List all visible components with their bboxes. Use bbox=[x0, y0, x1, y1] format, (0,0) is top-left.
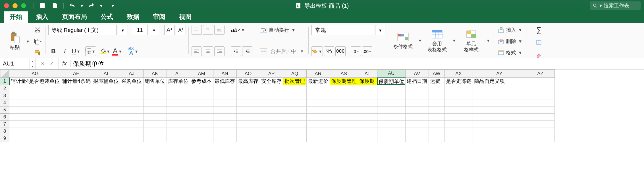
cell[interactable] bbox=[429, 135, 444, 142]
tab-review[interactable]: 审阅 bbox=[147, 11, 171, 23]
save-icon[interactable] bbox=[50, 1, 60, 11]
cell[interactable] bbox=[61, 85, 92, 92]
cell[interactable] bbox=[429, 128, 444, 135]
name-box[interactable]: AU1 bbox=[0, 60, 30, 67]
column-header[interactable]: AK bbox=[143, 70, 167, 78]
cell[interactable] bbox=[377, 128, 405, 135]
accept-formula-icon[interactable]: ✓ bbox=[50, 61, 53, 66]
cell[interactable] bbox=[143, 92, 167, 99]
cell[interactable] bbox=[260, 92, 283, 99]
cell[interactable] bbox=[213, 120, 236, 128]
cell[interactable]: 是否走冻链 bbox=[444, 78, 473, 85]
qat-customize-dropdown-icon[interactable]: ▾ bbox=[111, 1, 115, 10]
decrease-indent-button[interactable] bbox=[231, 46, 241, 56]
cell[interactable] bbox=[330, 135, 358, 142]
column-header[interactable]: AR bbox=[306, 70, 330, 78]
autosum-button[interactable]: ∑ bbox=[534, 25, 544, 35]
cell[interactable] bbox=[167, 106, 190, 113]
align-right-button[interactable] bbox=[214, 46, 225, 56]
cell[interactable]: 报表辅单位 bbox=[92, 78, 120, 85]
phonetic-guide-button[interactable]: abcA▾ bbox=[128, 46, 139, 56]
cell[interactable] bbox=[444, 92, 473, 99]
tab-insert[interactable]: 插入 bbox=[30, 11, 54, 23]
cell[interactable] bbox=[61, 99, 92, 106]
tab-page-layout[interactable]: 页面布局 bbox=[56, 11, 93, 23]
cell[interactable] bbox=[330, 120, 358, 128]
cell[interactable]: 最高库存 bbox=[236, 78, 260, 85]
cell[interactable] bbox=[526, 113, 554, 120]
underline-button[interactable]: U▾ bbox=[71, 46, 81, 56]
cell[interactable] bbox=[405, 135, 429, 142]
cell[interactable] bbox=[143, 85, 167, 92]
cell[interactable]: 辅计量4条码 bbox=[61, 78, 92, 85]
cell[interactable] bbox=[143, 106, 167, 113]
cell[interactable] bbox=[61, 92, 92, 99]
cell[interactable] bbox=[473, 135, 526, 142]
cell[interactable] bbox=[167, 85, 190, 92]
cell[interactable] bbox=[61, 120, 92, 128]
cell[interactable] bbox=[120, 120, 143, 128]
cell[interactable]: 批次管理 bbox=[283, 78, 306, 85]
cell-styles-button[interactable]: 单元 格样式 bbox=[459, 28, 483, 53]
sheet-search-input[interactable] bbox=[604, 3, 638, 9]
cell[interactable] bbox=[330, 92, 358, 99]
cell[interactable] bbox=[526, 78, 554, 85]
cell[interactable] bbox=[260, 99, 283, 106]
cell[interactable] bbox=[473, 99, 526, 106]
cell[interactable] bbox=[236, 85, 260, 92]
tab-home[interactable]: 开始 bbox=[4, 11, 28, 23]
cell[interactable] bbox=[330, 106, 358, 113]
cell[interactable] bbox=[283, 113, 306, 120]
cell[interactable] bbox=[377, 113, 405, 120]
cell[interactable] bbox=[61, 135, 92, 142]
orientation-button[interactable]: ab↗▾ bbox=[231, 25, 246, 35]
row-header[interactable]: 2 bbox=[0, 85, 9, 92]
currency-button[interactable]: ▾ bbox=[311, 46, 323, 56]
column-header[interactable]: AO bbox=[236, 70, 260, 78]
cell[interactable] bbox=[358, 135, 377, 142]
cell[interactable] bbox=[213, 99, 236, 106]
cell[interactable] bbox=[429, 92, 444, 99]
decrease-decimal-button[interactable]: .00→ bbox=[362, 46, 372, 56]
cell[interactable] bbox=[283, 99, 306, 106]
cell[interactable] bbox=[377, 99, 405, 106]
comma-style-button[interactable]: 000 bbox=[335, 46, 346, 56]
increase-indent-button[interactable] bbox=[242, 46, 252, 56]
cell[interactable] bbox=[213, 113, 236, 120]
cell[interactable] bbox=[236, 99, 260, 106]
cell[interactable] bbox=[92, 120, 120, 128]
cell[interactable] bbox=[306, 99, 330, 106]
cell[interactable] bbox=[473, 120, 526, 128]
format-painter-button[interactable] bbox=[32, 48, 43, 58]
cell[interactable] bbox=[260, 85, 283, 92]
cell[interactable] bbox=[306, 128, 330, 135]
cell[interactable] bbox=[283, 128, 306, 135]
cell[interactable] bbox=[429, 120, 444, 128]
cell[interactable] bbox=[526, 92, 554, 99]
table-format-dropdown-icon[interactable]: ▾ bbox=[452, 36, 456, 45]
cell[interactable] bbox=[167, 128, 190, 135]
cell[interactable] bbox=[444, 106, 473, 113]
cell[interactable] bbox=[167, 113, 190, 120]
cell[interactable] bbox=[444, 135, 473, 142]
clear-button[interactable] bbox=[534, 50, 544, 60]
cell[interactable] bbox=[283, 85, 306, 92]
cell[interactable] bbox=[358, 106, 377, 113]
column-header[interactable]: AT bbox=[358, 70, 377, 78]
sheet-search-box[interactable]: ▾ bbox=[590, 1, 641, 10]
cell[interactable] bbox=[405, 85, 429, 92]
cell[interactable] bbox=[444, 85, 473, 92]
cell[interactable] bbox=[526, 106, 554, 113]
cell[interactable] bbox=[377, 106, 405, 113]
cell[interactable] bbox=[9, 106, 61, 113]
row-header[interactable]: 7 bbox=[0, 120, 9, 128]
tab-data[interactable]: 数据 bbox=[121, 11, 145, 23]
cell[interactable] bbox=[120, 135, 143, 142]
cell[interactable] bbox=[405, 113, 429, 120]
conditional-format-button[interactable]: 条件格式 bbox=[391, 31, 415, 50]
column-header[interactable]: AV bbox=[405, 70, 429, 78]
cell[interactable] bbox=[190, 120, 213, 128]
close-window-button[interactable] bbox=[4, 3, 9, 8]
cell[interactable] bbox=[358, 99, 377, 106]
cell[interactable] bbox=[358, 92, 377, 99]
